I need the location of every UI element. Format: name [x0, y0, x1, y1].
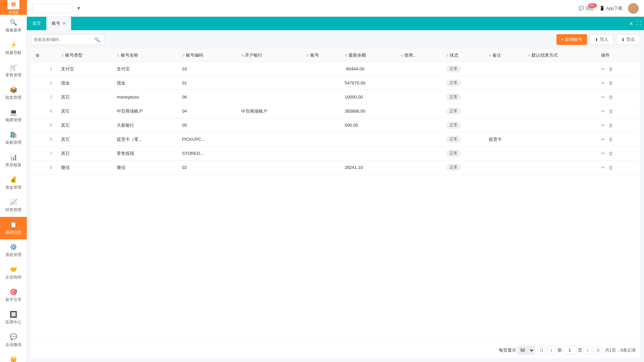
delete-button[interactable]: 🗑 [608, 122, 613, 128]
row-checkbox[interactable] [31, 118, 44, 132]
row-default-settlement [525, 118, 598, 132]
page-last-button[interactable]: ⟩⟩ [594, 346, 602, 355]
sidebar-item-retail-manage[interactable]: 🛒 零售管理 [0, 60, 27, 82]
sidebar-item-member[interactable]: 👑 畅会员 [0, 352, 27, 362]
search-icon[interactable]: 🔍 [94, 37, 100, 42]
delete-button[interactable]: 🗑 [608, 94, 613, 100]
col-header-account-code[interactable]: ⇅ 账号编码 [179, 49, 238, 62]
row-status: 正常 [443, 76, 485, 90]
edit-button[interactable]: ✏ [601, 150, 605, 156]
add-account-button[interactable]: + 新增账号 [556, 34, 587, 45]
tab-account[interactable]: 账号 ✕ [46, 17, 71, 30]
row-checkbox[interactable] [31, 161, 44, 175]
sidebar-item-label: 电商管理 [5, 117, 21, 123]
edit-button[interactable]: ✏ [601, 108, 605, 114]
tab-minimize-button[interactable]: ✕ [629, 20, 633, 27]
sidebar-item-enterprise-agreement[interactable]: 🤝 企业协同 [0, 262, 27, 284]
col-header-usage[interactable]: ⇅ 使用... [397, 49, 443, 62]
edit-button[interactable]: ✏ [601, 66, 605, 72]
header-right: 💬 消息 99+ 📱 App下载 [579, 3, 639, 14]
row-checkbox[interactable] [31, 62, 44, 76]
sidebar-item-purchase-manage[interactable]: 🛍️ 采购管理 [0, 127, 27, 149]
col-header-bank[interactable]: ⇅ 开户银行 [238, 49, 303, 62]
user-avatar[interactable] [628, 3, 639, 14]
message-icon: 💬 [579, 6, 584, 11]
delete-button[interactable]: 🗑 [608, 136, 613, 142]
sidebar-item-label: 基础信息 [5, 230, 21, 235]
sidebar-item-ecommerce-manage[interactable]: 💻 电商管理 [0, 105, 27, 127]
app-icon: 📱 [599, 6, 605, 11]
row-account-type: 支付宝 [58, 62, 113, 76]
sidebar-item-fund-manage[interactable]: 💰 资金管理 [0, 172, 27, 194]
page-prev-button[interactable]: ⟨ [547, 346, 556, 355]
col-header-account-type[interactable]: ⇅ 账号类型 [58, 49, 113, 62]
col-header-settings[interactable]: ⚙ [31, 49, 44, 62]
row-account-name: 大新银行 [113, 118, 179, 132]
row-checkbox[interactable] [31, 146, 44, 161]
col-header-balance[interactable]: ⇅ 最新余额 [341, 49, 397, 62]
table-row: 1 支付宝 支付宝 03 -90444.00 正常 ✏ 🗑 [31, 62, 640, 76]
row-account-type: 现金 [58, 76, 113, 90]
delete-button[interactable]: 🗑 [608, 80, 613, 86]
sidebar-item-inventory-check[interactable]: 📊 库存核算 [0, 149, 27, 172]
row-bank [238, 62, 303, 76]
sidebar-item-wholesale-manage[interactable]: 📦 批发管理 [0, 82, 27, 105]
sidebar-item-basic-info[interactable]: 📋 基础信息 [0, 217, 27, 239]
row-usage [397, 161, 443, 175]
pagination: 每页显示 50 100 200 ⟨⟨ ⟨ 第 页 ⟩ ⟩⟩ 共1页，8条记录 [31, 342, 640, 358]
tab-home[interactable]: 首页 [27, 17, 46, 30]
page-input[interactable] [563, 346, 577, 355]
col-header-status[interactable]: ⇅ 状态 [443, 49, 485, 62]
row-usage [397, 62, 443, 76]
sidebar-item-app-center[interactable]: 🔲 应用中心 [0, 307, 27, 329]
row-default-settlement [525, 76, 598, 90]
edit-button[interactable]: ✏ [601, 122, 605, 128]
header-dropdown[interactable]: ▼ [76, 6, 81, 11]
tab-account-close[interactable]: ✕ [62, 21, 66, 26]
sidebar-item-quick-nav[interactable]: ⚡ 快捷导航 [0, 37, 27, 60]
edit-button[interactable]: ✏ [601, 80, 605, 86]
enterprise-wechat-icon: 💬 [10, 333, 17, 341]
app-download-button[interactable]: 📱 App下载 [599, 5, 623, 11]
delete-button[interactable]: 🗑 [608, 66, 613, 72]
sidebar-item-search-menu[interactable]: 🔍 搜索菜单 [0, 15, 27, 37]
delete-button[interactable]: 🗑 [608, 150, 613, 156]
row-remark [485, 62, 525, 76]
delete-button[interactable]: 🗑 [608, 165, 613, 170]
row-account-type: 其它 [58, 104, 113, 118]
sidebar-item-system-manage[interactable]: ⚙️ 系统管理 [0, 239, 27, 262]
search-input[interactable] [34, 37, 94, 42]
row-balance: 547670.00 [341, 76, 397, 90]
export-button[interactable]: ⬇ 导出 [616, 34, 640, 45]
edit-button[interactable]: ✏ [601, 165, 605, 170]
row-action: ✏ 🗑 [598, 146, 640, 161]
page-next-button[interactable]: ⟩ [584, 346, 592, 355]
row-checkbox[interactable] [31, 132, 44, 146]
row-account-name: 支付宝 [113, 62, 179, 76]
col-header-account-name[interactable]: ⇅ 账号名称 [113, 49, 179, 62]
sidebar-item-enterprise-wechat[interactable]: 💬 企业微信 [0, 329, 27, 352]
sidebar-item-operation-manage[interactable]: 📈 经营管理 [0, 194, 27, 217]
app-center-icon: 🔲 [10, 311, 17, 318]
app-download-label: App下载 [606, 5, 623, 11]
edit-button[interactable]: ✏ [601, 136, 605, 142]
sidebar-item-label: 经营管理 [5, 207, 21, 213]
row-checkbox[interactable] [31, 104, 44, 118]
row-account-no [303, 146, 341, 161]
page-first-button[interactable]: ⟨⟨ [537, 346, 546, 355]
per-page-dropdown[interactable]: 50 100 200 [518, 346, 535, 355]
col-header-account-no[interactable]: ⇅ 账号 [303, 49, 341, 62]
col-header-default-settlement[interactable]: ⇅ 默认结算方式 [525, 49, 598, 62]
col-header-remark[interactable]: ⇅ 备注 [485, 49, 525, 62]
row-checkbox[interactable] [31, 90, 44, 104]
purchase-manage-icon: 🛍️ [10, 131, 17, 138]
tab-maximize-button[interactable]: ⛶ [636, 20, 641, 26]
sidebar-item-newbie-guide[interactable]: 🎯 新手引导 [0, 284, 27, 307]
row-checkbox[interactable] [31, 76, 44, 90]
header-search-input[interactable] [32, 4, 72, 13]
delete-button[interactable]: 🗑 [608, 108, 613, 114]
row-default-settlement [525, 161, 598, 175]
edit-button[interactable]: ✏ [601, 94, 605, 100]
import-button[interactable]: ⬆ 导入 [590, 34, 613, 45]
message-button[interactable]: 💬 消息 99+ [579, 5, 594, 11]
